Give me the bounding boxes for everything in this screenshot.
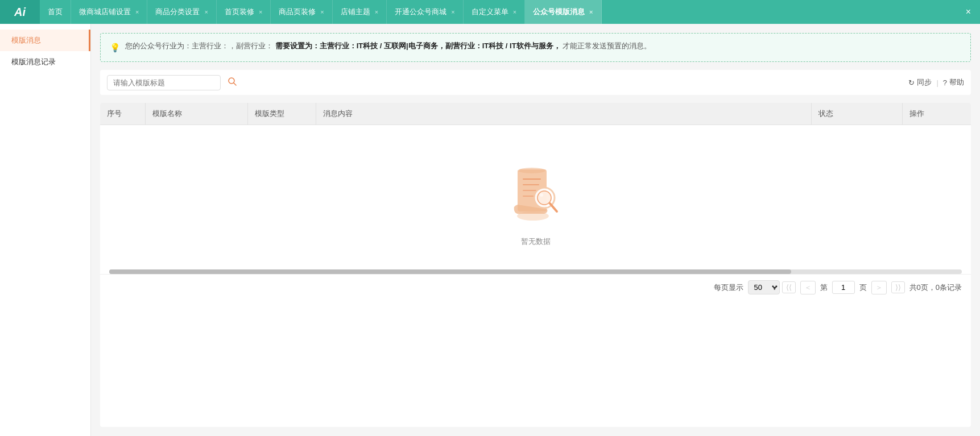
nav-tab-custom-menu[interactable]: 自定义菜单 × bbox=[464, 0, 525, 24]
nav-tab-home[interactable]: 首页 bbox=[40, 0, 71, 24]
prev-page-button[interactable]: ＜ bbox=[800, 281, 816, 294]
sidebar-item-template-msg-log-label: 模版消息记录 bbox=[11, 57, 56, 66]
nav-tab-template-msg-close[interactable]: × bbox=[589, 9, 593, 15]
content-area: 💡 您的公众号行业为：主营行业：，副营行业： 需要设置为：主营行业：IT科技 /… bbox=[91, 24, 980, 436]
top-navigation: Ai 首页 微商城店铺设置 × 商品分类设置 × 首页装修 × 商品页装修 × … bbox=[0, 0, 980, 24]
page-prefix: 第 bbox=[820, 283, 828, 293]
nav-tab-product-decor-close[interactable]: × bbox=[320, 9, 324, 15]
help-label: 帮助 bbox=[949, 77, 964, 88]
sync-button[interactable]: ↻ 同步 bbox=[908, 77, 932, 88]
nav-tab-wshop[interactable]: 微商城店铺设置 × bbox=[71, 0, 147, 24]
app-logo: Ai bbox=[0, 0, 40, 24]
notice-banner: 💡 您的公众号行业为：主营行业：，副营行业： 需要设置为：主营行业：IT科技 /… bbox=[100, 33, 971, 62]
col-action: 操作 bbox=[903, 103, 971, 124]
notice-text-prefix: 您的公众号行业为：主营行业：，副营行业： bbox=[125, 41, 273, 50]
nav-tab-shop-theme[interactable]: 店铺主题 × bbox=[333, 0, 387, 24]
nav-tab-template-msg-label: 公众号模版消息 bbox=[533, 7, 585, 17]
nav-tab-shop-theme-close[interactable]: × bbox=[375, 9, 378, 15]
search-input[interactable] bbox=[107, 75, 221, 90]
nav-tab-template-msg[interactable]: 公众号模版消息 × bbox=[525, 0, 601, 24]
sidebar-item-template-msg[interactable]: 模版消息 bbox=[0, 30, 90, 51]
nav-tab-home-decor-label: 首页装修 bbox=[225, 7, 254, 17]
table-container: 序号 模版名称 模版类型 消息内容 状态 操作 bbox=[100, 103, 971, 427]
nav-tab-home-label: 首页 bbox=[48, 7, 63, 17]
scrollbar-thumb[interactable] bbox=[109, 269, 791, 274]
help-button[interactable]: ? 帮助 bbox=[943, 77, 964, 88]
table-header: 序号 模版名称 模版类型 消息内容 状态 操作 bbox=[100, 103, 971, 125]
notice-text-suffix: 才能正常发送预置的消息。 bbox=[563, 41, 651, 50]
col-index: 序号 bbox=[100, 103, 146, 124]
total-records: 共0页，0条记录 bbox=[909, 283, 962, 293]
empty-state: 暂无数据 bbox=[100, 125, 971, 269]
empty-text: 暂无数据 bbox=[521, 236, 551, 247]
nav-tab-wshop-label: 微商城店铺设置 bbox=[79, 7, 131, 17]
search-icon bbox=[228, 77, 237, 86]
toolbar: ↻ 同步 | ? 帮助 bbox=[100, 70, 971, 95]
nav-tab-category-label: 商品分类设置 bbox=[155, 7, 200, 17]
nav-close-all-button[interactable]: × bbox=[957, 0, 980, 24]
nav-tab-open-shop-label: 开通公众号商城 bbox=[395, 7, 446, 17]
svg-line-1 bbox=[234, 83, 236, 85]
sidebar-item-template-msg-log[interactable]: 模版消息记录 bbox=[0, 51, 90, 73]
nav-tab-product-decor[interactable]: 商品页装修 × bbox=[271, 0, 332, 24]
nav-tab-category-close[interactable]: × bbox=[204, 9, 208, 15]
sync-label: 同步 bbox=[917, 77, 932, 88]
pagination-bar: 每页显示 50 10 20 100 ∨ ⟨⟨ ＜ 第 页 ＞ ⟩⟩ 共0页，0条… bbox=[100, 274, 971, 300]
last-page-button[interactable]: ⟩⟩ bbox=[891, 281, 905, 293]
horizontal-scrollbar[interactable] bbox=[109, 269, 962, 274]
nav-tab-custom-menu-label: 自定义菜单 bbox=[472, 7, 508, 17]
search-button[interactable] bbox=[225, 74, 239, 90]
nav-tab-home-decor[interactable]: 首页装修 × bbox=[217, 0, 271, 24]
sidebar: 模版消息 模版消息记录 bbox=[0, 24, 91, 436]
page-number-input[interactable] bbox=[832, 281, 855, 294]
toolbar-left bbox=[107, 74, 239, 90]
svg-line-11 bbox=[550, 204, 557, 211]
notice-text: 您的公众号行业为：主营行业：，副营行业： 需要设置为：主营行业：IT科技 / 互… bbox=[125, 40, 651, 52]
svg-point-12 bbox=[540, 193, 543, 197]
col-name: 模版名称 bbox=[146, 103, 248, 124]
nav-tab-home-decor-close[interactable]: × bbox=[259, 9, 262, 15]
nav-tab-open-shop[interactable]: 开通公众号商城 × bbox=[387, 0, 463, 24]
col-status: 状态 bbox=[812, 103, 903, 124]
page-label: 页 bbox=[859, 283, 867, 293]
page-size-label: 每页显示 bbox=[714, 283, 743, 293]
next-page-button[interactable]: ＞ bbox=[871, 281, 887, 294]
notice-text-bold: 需要设置为：主营行业：IT科技 / 互联网|电子商务，副营行业：IT科技 / I… bbox=[275, 41, 561, 50]
toolbar-divider: | bbox=[936, 78, 938, 87]
sidebar-item-template-msg-label: 模版消息 bbox=[11, 36, 41, 44]
sync-icon: ↻ bbox=[908, 78, 915, 87]
col-type: 模版类型 bbox=[248, 103, 316, 124]
page-size-select[interactable]: 50 10 20 100 bbox=[748, 280, 780, 294]
nav-tab-open-shop-close[interactable]: × bbox=[451, 9, 454, 15]
empty-illustration bbox=[502, 159, 570, 227]
first-page-button[interactable]: ⟨⟨ bbox=[782, 281, 796, 293]
empty-svg bbox=[502, 159, 570, 227]
nav-tab-wshop-close[interactable]: × bbox=[135, 9, 139, 15]
nav-tab-shop-theme-label: 店铺主题 bbox=[341, 7, 370, 17]
nav-tab-custom-menu-close[interactable]: × bbox=[513, 9, 516, 15]
nav-tab-category[interactable]: 商品分类设置 × bbox=[147, 0, 216, 24]
help-circle-icon: ? bbox=[943, 78, 947, 87]
notice-icon: 💡 bbox=[110, 41, 121, 55]
svg-point-3 bbox=[518, 168, 545, 173]
main-layout: 模版消息 模版消息记录 💡 您的公众号行业为：主营行业：，副营行业： 需要设置为… bbox=[0, 24, 980, 436]
nav-tab-product-decor-label: 商品页装修 bbox=[279, 7, 316, 17]
col-content: 消息内容 bbox=[316, 103, 812, 124]
toolbar-right: ↻ 同步 | ? 帮助 bbox=[908, 77, 964, 88]
